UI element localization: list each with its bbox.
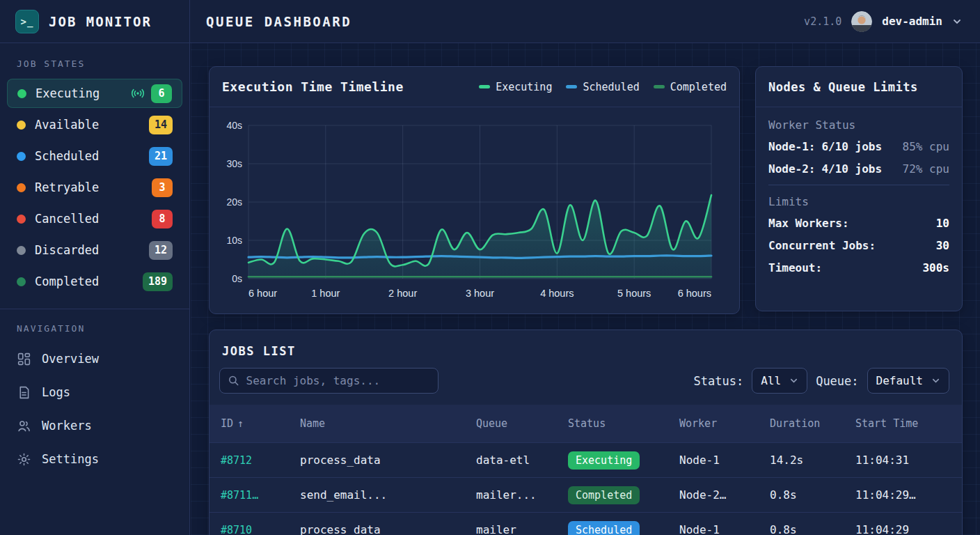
- sidebar-item-available[interactable]: Available14: [7, 110, 182, 139]
- avatar[interactable]: [851, 11, 872, 32]
- queue-filter-select[interactable]: Default: [867, 368, 949, 394]
- job-queue: data-etl: [476, 453, 568, 467]
- job-name: process_data: [300, 523, 476, 535]
- svg-text:3 hour: 3 hour: [466, 288, 494, 299]
- chevron-down-icon: [931, 376, 940, 385]
- state-label: Cancelled: [35, 212, 99, 226]
- legend-label-scheduled: Scheduled: [583, 81, 639, 93]
- nodes-limits-card: Nodes & Queue Limits Worker Status Node-…: [755, 66, 963, 311]
- user-menu[interactable]: dev-admin: [882, 15, 942, 28]
- nav-label: Settings: [42, 452, 99, 466]
- queue-filter-label: Queue:: [816, 374, 858, 388]
- search-box: [219, 368, 438, 394]
- job-start-time: 11:04:29: [855, 523, 951, 535]
- legend-item-executing[interactable]: Executing: [479, 81, 552, 93]
- job-duration: 0.8s: [770, 488, 855, 502]
- version-label: v2.1.0: [804, 15, 841, 28]
- sidebar-item-retryable[interactable]: Retryable3: [7, 173, 182, 202]
- status-badge: Scheduled: [568, 521, 640, 535]
- nav-label: Logs: [42, 385, 70, 399]
- svg-text:1 hour: 1 hour: [311, 288, 340, 299]
- state-count-badge: 12: [149, 241, 173, 260]
- status-filter-select[interactable]: All: [752, 368, 807, 394]
- timeline-card-title: Execution Time Timeline: [222, 79, 404, 94]
- state-label: Executing: [35, 86, 100, 100]
- max-workers-value: 10: [936, 217, 949, 230]
- column-header-id[interactable]: ID↑: [221, 417, 300, 430]
- sidebar-divider: [0, 309, 189, 309]
- state-label: Discarded: [35, 243, 99, 257]
- sidebar-item-cancelled[interactable]: Cancelled8: [7, 204, 182, 233]
- chart-legend: Executing Scheduled Completed: [479, 81, 727, 93]
- app-header: >_ JOB MONITOR QUEUE DASHBOARD v2.1.0 de…: [0, 0, 980, 43]
- nav-label: Workers: [42, 419, 92, 433]
- job-id-link[interactable]: #8710: [221, 524, 300, 535]
- state-count-badge: 6: [151, 84, 172, 103]
- sidebar: JOB STATES Executing6Available14Schedule…: [0, 43, 190, 535]
- timeline-chart: 0s10s20s30s40s6 hour1 hour2 hour3 hour4 …: [210, 107, 739, 309]
- job-id-link[interactable]: #8712: [221, 454, 300, 467]
- job-states-section-label: JOB STATES: [0, 59, 189, 69]
- users-icon: [17, 419, 31, 433]
- sidebar-item-executing[interactable]: Executing6: [7, 79, 182, 108]
- state-dot-icon: [17, 121, 26, 130]
- svg-text:2 hour: 2 hour: [388, 288, 417, 299]
- jobs-list-card: JOBS LIST Status: All Queue: Default: [209, 329, 963, 535]
- legend-label-executing: Executing: [496, 81, 552, 93]
- state-count-badge: 14: [149, 116, 173, 134]
- legend-item-completed[interactable]: Completed: [654, 81, 727, 93]
- sidebar-item-overview[interactable]: Overview: [7, 343, 182, 374]
- sidebar-item-workers[interactable]: Workers: [7, 410, 182, 441]
- sidebar-item-discarded[interactable]: Discarded12: [7, 235, 182, 265]
- app-title: JOB MONITOR: [49, 14, 152, 29]
- svg-text:30s: 30s: [226, 158, 242, 169]
- state-count-badge: 8: [152, 210, 173, 228]
- node-1-jobs: 6/10 jobs: [821, 140, 882, 153]
- nav-label: Overview: [42, 352, 99, 366]
- chevron-down-icon[interactable]: [952, 17, 962, 26]
- job-worker: Node-1: [679, 453, 770, 467]
- svg-text:4 hours: 4 hours: [540, 288, 574, 299]
- state-label: Completed: [35, 274, 99, 288]
- legend-mark-completed-icon: [654, 85, 665, 88]
- node-2-row: Node-2: 4/10 jobs 72% cpu: [768, 162, 949, 176]
- sidebar-item-logs[interactable]: Logs: [7, 377, 182, 408]
- concurrent-jobs-value: 30: [936, 239, 949, 252]
- table-row[interactable]: #8712process_datadata-etlExecutingNode-1…: [210, 442, 962, 477]
- state-dot-icon: [17, 277, 26, 286]
- max-workers-row: Max Workers: 10: [768, 217, 949, 230]
- svg-text:40s: 40s: [226, 120, 242, 131]
- job-queue: mailer: [476, 523, 568, 535]
- svg-text:0s: 0s: [232, 273, 242, 284]
- node-2-cpu: 72% cpu: [903, 162, 949, 176]
- execution-timeline-card: Execution Time Timeline Executing Schedu…: [209, 66, 740, 314]
- status-badge: Completed: [568, 486, 640, 504]
- max-workers-label: Max Workers:: [768, 217, 849, 230]
- sort-asc-icon: ↑: [237, 417, 244, 430]
- state-count-badge: 3: [152, 178, 173, 197]
- node-1-cpu: 85% cpu: [903, 140, 949, 153]
- sidebar-item-completed[interactable]: Completed189: [7, 267, 182, 296]
- column-header-start-time: Start Time: [855, 417, 951, 430]
- search-input[interactable]: [246, 374, 430, 387]
- gear-icon: [17, 452, 31, 467]
- column-header-duration: Duration: [770, 417, 855, 430]
- jobs-list-title: JOBS LIST: [222, 344, 949, 358]
- legend-item-scheduled[interactable]: Scheduled: [566, 81, 639, 93]
- nodes-divider: [768, 185, 949, 185]
- status-filter-value: All: [761, 374, 781, 387]
- search-icon: [228, 375, 239, 387]
- document-icon: [17, 385, 31, 400]
- sidebar-item-settings[interactable]: Settings: [7, 444, 182, 474]
- column-header-name: Name: [300, 417, 476, 430]
- job-id-link[interactable]: #8711…: [221, 489, 300, 502]
- node-1-row: Node-1: 6/10 jobs 85% cpu: [768, 140, 949, 153]
- timeout-row: Timeout: 300s: [768, 261, 949, 274]
- sidebar-item-scheduled[interactable]: Scheduled21: [7, 141, 182, 171]
- table-row[interactable]: #8711…send_email...mailer...CompletedNod…: [210, 477, 962, 512]
- chevron-down-icon: [789, 376, 798, 385]
- job-duration: 14.2s: [770, 453, 855, 467]
- nodes-card-title: Nodes & Queue Limits: [768, 80, 918, 94]
- concurrent-jobs-label: Concurrent Jobs:: [768, 239, 876, 252]
- table-row[interactable]: #8710process_datamailerScheduledNode-10.…: [210, 512, 962, 535]
